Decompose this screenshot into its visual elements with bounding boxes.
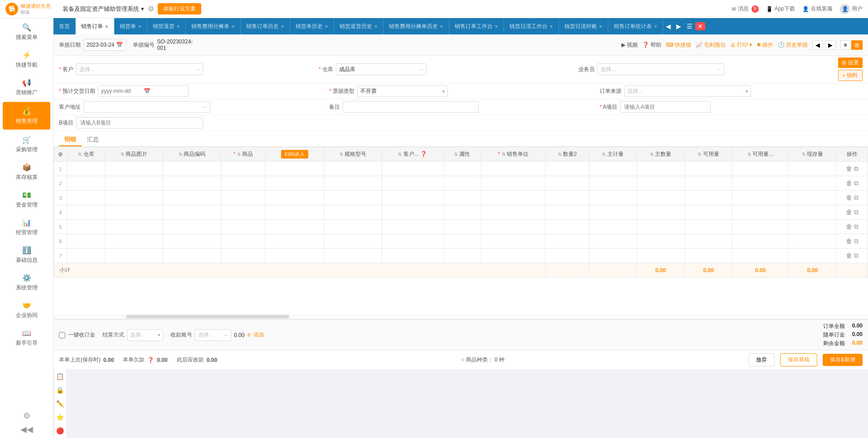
message-item[interactable]: ✉ 消息 9 bbox=[732, 5, 759, 13]
delivery-date-field[interactable] bbox=[101, 88, 142, 94]
address-select[interactable]: ··· bbox=[83, 101, 210, 113]
date-input[interactable]: 2023-03-24 📅 bbox=[83, 39, 126, 51]
customer-more-icon[interactable]: ··· bbox=[195, 66, 200, 72]
solution-button[interactable]: 体验行业方案 bbox=[158, 3, 201, 14]
delete-row-5-icon[interactable]: 🗑 bbox=[846, 223, 852, 231]
right-panel-lock-icon[interactable]: 🔒 bbox=[55, 385, 66, 395]
tab-sales-invoice[interactable]: 销货单 ✕ bbox=[114, 18, 147, 34]
history-btn[interactable]: 🕐 历史单据 bbox=[778, 41, 808, 49]
sidebar-item-basic-info[interactable]: ℹ️ 基础信息 bbox=[0, 241, 53, 269]
close-reconciliation-icon[interactable]: ✕ bbox=[599, 24, 602, 29]
next-record-button[interactable]: ▶ bbox=[825, 40, 836, 50]
copy-row-7-icon[interactable]: ⧉ bbox=[854, 252, 858, 260]
invoice-type-select[interactable]: 不开票 ▾ bbox=[357, 85, 448, 97]
operation-btn[interactable]: ✱ 操作 bbox=[756, 41, 773, 49]
delete-row-1-icon[interactable]: 🗑 bbox=[846, 165, 852, 173]
address-more-icon[interactable]: ··· bbox=[203, 104, 207, 110]
copy-row-4-icon[interactable]: ⧉ bbox=[854, 208, 858, 216]
save-draft-button[interactable]: 保存草稿 bbox=[780, 353, 817, 366]
sidebar-item-search[interactable]: 🔍 搜索菜单 bbox=[0, 18, 53, 46]
order-source-select[interactable]: 选择... ▾ bbox=[624, 85, 751, 97]
close-sales-invoice-icon[interactable]: ✕ bbox=[138, 24, 141, 29]
th-setting[interactable]: ⚙ bbox=[54, 147, 68, 162]
profit-btn[interactable]: 📈 毛利预估 bbox=[696, 41, 726, 49]
close-fee-history-icon[interactable]: ✕ bbox=[440, 24, 443, 29]
print-dropdown-icon[interactable]: ▾ bbox=[749, 42, 752, 48]
copy-row-5-icon[interactable]: ⧉ bbox=[854, 223, 858, 231]
sidebar-item-inventory[interactable]: 📦 库存核算 bbox=[0, 158, 53, 186]
print-btn[interactable]: 🖨 打印 ▾ bbox=[730, 41, 752, 49]
right-panel-star-icon[interactable]: ⭐ bbox=[55, 412, 66, 423]
system-name[interactable]: 装备及固定资产辅助管理系统 ▾ bbox=[63, 5, 144, 13]
tab-sales-history[interactable]: 销售订单历史 ✕ bbox=[241, 18, 290, 34]
delete-row-4-icon[interactable]: 🗑 bbox=[846, 208, 852, 216]
copy-row-2-icon[interactable]: ⧉ bbox=[854, 179, 858, 187]
col-setting-icon[interactable]: ⚙ bbox=[58, 151, 63, 158]
tab-close-all-button[interactable]: ✕ bbox=[695, 22, 705, 30]
delete-row-3-icon[interactable]: 🗑 bbox=[846, 194, 852, 202]
sort-code-icon[interactable]: ⇅ bbox=[179, 152, 182, 157]
sidebar-item-enterprise[interactable]: 🤝 企业协同 bbox=[0, 296, 53, 324]
tab-reconciliation[interactable]: 钱货日清对账 ✕ bbox=[559, 18, 608, 34]
right-panel-clipboard-icon[interactable]: 📋 bbox=[55, 371, 66, 382]
sidebar-item-system[interactable]: ⚙️ 系统管理 bbox=[0, 269, 53, 296]
delete-row-7-icon[interactable]: 🗑 bbox=[846, 252, 852, 260]
online-service-item[interactable]: 👤 在线客服 bbox=[802, 5, 833, 13]
sidebar-item-purchase[interactable]: 🛒 采购管理 bbox=[0, 130, 53, 158]
account-select[interactable]: 选择... ··· bbox=[195, 329, 231, 341]
delivery-date-input[interactable]: 📅 bbox=[98, 85, 189, 97]
sidebar-item-sales[interactable]: 💰 销售管理 bbox=[3, 102, 50, 130]
add-material-button[interactable]: + 物料 bbox=[838, 70, 863, 81]
sort-qty2-icon[interactable]: ⇅ bbox=[558, 152, 562, 157]
delete-row-2-icon[interactable]: 🗑 bbox=[846, 179, 852, 187]
user-item[interactable]: 👤 用户 bbox=[840, 4, 863, 14]
one-click-checkbox[interactable] bbox=[59, 332, 65, 338]
tab-sales-order[interactable]: 销售订单 ✕ bbox=[76, 18, 114, 34]
tab-invoice-history[interactable]: 销货单历史 ✕ bbox=[290, 18, 334, 34]
b-project-input[interactable] bbox=[76, 117, 203, 129]
scan-button[interactable]: 扫码录入 bbox=[281, 150, 308, 159]
close-daily-workbench-icon[interactable]: ✕ bbox=[549, 24, 553, 29]
tab-sales-stats[interactable]: 销售订单统计表 ✕ bbox=[608, 18, 663, 34]
warehouse-more-icon[interactable]: ··· bbox=[419, 66, 423, 72]
tab-sales-fee-split[interactable]: 销售费用分摊单 ✕ bbox=[186, 18, 241, 34]
close-fee-split-icon[interactable]: ✕ bbox=[231, 24, 235, 29]
tab-home[interactable]: 首页 bbox=[53, 18, 76, 34]
sidebar-item-finance[interactable]: 💵 资金管理 bbox=[0, 186, 53, 213]
close-invoice-history-icon[interactable]: ✕ bbox=[325, 24, 328, 29]
view-btn[interactable]: ▶ 视频 bbox=[621, 41, 638, 49]
sort-spec-icon[interactable]: ⇅ bbox=[339, 152, 343, 157]
tab-daily-workbench[interactable]: 钱货日清工作台 ✕ bbox=[504, 18, 559, 34]
close-sales-history-icon[interactable]: ✕ bbox=[281, 24, 284, 29]
sort-custcode-icon[interactable]: ⇅ bbox=[398, 152, 402, 157]
list-view-button[interactable]: ≡ bbox=[840, 40, 850, 50]
right-panel-edit-icon[interactable]: ✏️ bbox=[55, 398, 66, 409]
prev-record-button[interactable]: ◀ bbox=[812, 40, 823, 50]
customer-select[interactable]: 选择... ··· bbox=[76, 63, 203, 75]
sort-avail-icon[interactable]: ⇅ bbox=[698, 152, 701, 157]
sort-unit-icon[interactable]: ⇅ bbox=[502, 152, 505, 157]
warehouse-select[interactable]: 成品库 ··· bbox=[336, 63, 427, 75]
sort-mainqty-icon[interactable]: ⇅ bbox=[650, 152, 654, 157]
tab-detail[interactable]: 明细 bbox=[59, 134, 82, 146]
tab-menu-button[interactable]: ☰ bbox=[684, 23, 695, 30]
save-new-button[interactable]: 保存&新增 bbox=[823, 354, 863, 366]
salesperson-more-icon[interactable]: ··· bbox=[717, 66, 721, 72]
tab-prev-button[interactable]: ◀ bbox=[663, 23, 674, 30]
payment-method-select[interactable]: 选择... ▾ bbox=[127, 329, 163, 341]
sort-product-icon[interactable]: ⇅ bbox=[237, 152, 241, 157]
scrollbar-thumb[interactable] bbox=[126, 315, 289, 318]
discard-button[interactable]: 放弃 bbox=[748, 353, 775, 366]
sort-avail2-icon[interactable]: ⇅ bbox=[747, 152, 751, 157]
tab-fee-history[interactable]: 销售费用分摊单历史 ✕ bbox=[383, 18, 449, 34]
close-return-history-icon[interactable]: ✕ bbox=[374, 24, 378, 29]
sort-attr-icon[interactable]: ⇅ bbox=[454, 152, 458, 157]
tab-sales-workbench[interactable]: 销售订单工作台 ✕ bbox=[449, 18, 504, 34]
settings-icon[interactable]: ⚙ bbox=[148, 5, 154, 13]
sidebar-item-marketing[interactable]: 📢 营销推广 bbox=[0, 73, 53, 101]
delivery-cal-icon[interactable]: 📅 bbox=[144, 88, 150, 94]
add-button[interactable]: ⊕ 添加 bbox=[247, 331, 264, 339]
app-download-item[interactable]: 📱 App下载 bbox=[766, 5, 795, 13]
calendar-icon[interactable]: 📅 bbox=[116, 42, 123, 48]
sort-stock-icon[interactable]: ⇅ bbox=[802, 152, 805, 157]
